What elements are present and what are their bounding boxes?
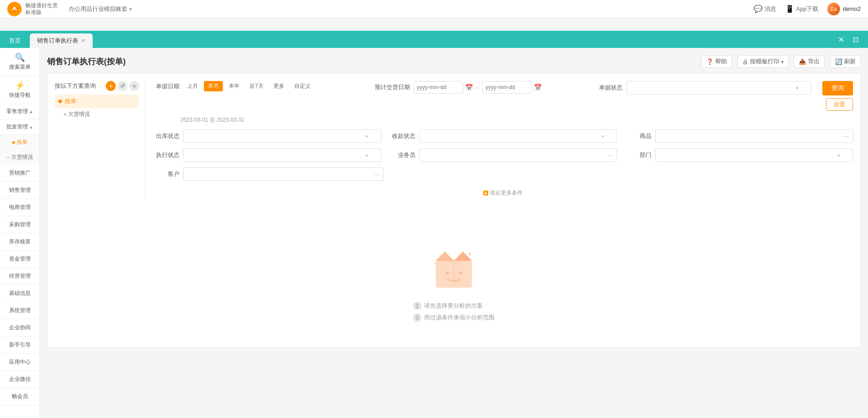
salesperson-field: 业务员 ··· xyxy=(388,148,617,162)
add-scheme-button[interactable]: + xyxy=(106,81,116,91)
filter-left-panel: 按以下方案查询 + ↺ « 按单 欠货情况 xyxy=(55,81,145,200)
page-actions: ❓ 帮助 🖨 按模板打印 ▾ 📤 导出 🔄 刷新 xyxy=(701,55,861,68)
sidebar-item-enterprise[interactable]: 企业协同 xyxy=(0,319,39,337)
date-tab-custom[interactable]: 自定义 xyxy=(290,81,315,91)
header-right: 💬 消息 📱 App下载 Ea demo2 xyxy=(754,3,861,15)
goods-input[interactable]: ··· xyxy=(655,129,853,143)
collapse-scheme-button[interactable]: « xyxy=(129,81,139,91)
delivery-date-start-icon[interactable]: 📅 xyxy=(465,84,473,91)
arrears-dot xyxy=(7,156,9,159)
delivery-date-start[interactable] xyxy=(414,81,463,94)
query-button[interactable]: 查询 xyxy=(822,81,853,95)
filter-left-title: 按以下方案查询 xyxy=(55,82,96,90)
tab-close-icon[interactable]: ✕ xyxy=(81,38,85,44)
out-status-select[interactable]: ▾ xyxy=(183,129,381,143)
delivery-date-end[interactable] xyxy=(482,81,532,94)
receipt-status-select[interactable]: ▾ xyxy=(419,129,617,143)
customer-input[interactable]: ··· xyxy=(183,167,384,181)
settings-button[interactable]: 设置 xyxy=(826,98,853,111)
sidebar-item-apps[interactable]: 应用中心 xyxy=(0,354,39,371)
quick-nav-icon: ⚡ xyxy=(0,81,39,90)
sidebar-item-vip[interactable]: 畅会员 xyxy=(0,388,39,405)
scheme-sub-item-arrears[interactable]: 欠货情况 xyxy=(55,108,139,120)
breadcrumb-arrow[interactable]: ▾ xyxy=(129,6,132,12)
sidebar-item-wechat[interactable]: 企业微信 xyxy=(0,371,39,388)
tab-close-window-button[interactable]: ✕ xyxy=(835,34,846,45)
goods-label: 商品 xyxy=(624,132,651,140)
out-status-select-wrap: ▾ xyxy=(183,129,381,143)
message-button[interactable]: 💬 消息 xyxy=(754,5,776,13)
print-icon: 🖨 xyxy=(742,58,748,65)
single-status-select[interactable]: ▾ xyxy=(626,81,811,95)
logo-area: 畅捷通好生意 标准版 xyxy=(7,2,58,16)
help-button[interactable]: ❓ 帮助 xyxy=(701,55,732,68)
sidebar-item-retail[interactable]: 零售管理 ▲ xyxy=(0,104,39,119)
help-icon: ❓ xyxy=(706,58,713,65)
salesperson-input[interactable]: ··· xyxy=(419,148,617,162)
tabs-right: ✕ ⊡ xyxy=(835,31,868,48)
out-status-field: 出库状态 ▾ xyxy=(152,129,381,143)
export-button[interactable]: 📤 导出 xyxy=(794,55,825,68)
sidebar-item-sales[interactable]: 销售管理 xyxy=(0,182,39,199)
date-tab-more[interactable]: 更多 xyxy=(269,81,288,91)
salesperson-dots-icon[interactable]: ··· xyxy=(608,152,613,159)
receipt-status-field: 收款状态 ▾ xyxy=(388,129,617,143)
exec-status-select[interactable]: ▾ xyxy=(183,148,381,162)
sidebar-item-wholesale[interactable]: 批发管理 ▲ xyxy=(0,119,39,135)
filter-right-panel: 单据日期 上月 本月 本年 近7天 更多 自定义 xyxy=(152,81,853,200)
delivery-date-end-icon[interactable]: 📅 xyxy=(534,84,542,91)
download-icon: 📱 xyxy=(785,5,794,13)
home-tab-label: 首页 xyxy=(9,37,21,45)
sidebar-item-search[interactable]: 🔍 搜索菜单 xyxy=(0,48,39,76)
sidebar-sub-item-press-order[interactable]: 按单 xyxy=(0,135,39,150)
single-status-field: 单据状态 ▾ xyxy=(595,81,811,95)
refresh-scheme-button[interactable]: ↺ xyxy=(118,81,127,91)
tab-home[interactable]: 首页 xyxy=(0,33,30,48)
collapse-icon: 🔼 xyxy=(483,190,488,195)
retail-arrow-icon: ▲ xyxy=(29,109,33,114)
export-icon: 📤 xyxy=(799,58,806,65)
date-tab-this-year[interactable]: 本年 xyxy=(225,81,244,91)
sidebar-item-quick-nav[interactable]: ⚡ 快捷导航 xyxy=(0,76,39,104)
collapse-more-button[interactable]: 🔼 收起更多条件 xyxy=(152,186,853,200)
svg-point-8 xyxy=(459,271,462,274)
scheme-item-press-order[interactable]: 按单 xyxy=(55,95,139,108)
date-range-display: 2023-03-01 至 2023-03-31 xyxy=(152,116,853,124)
app-download-button[interactable]: 📱 App下载 xyxy=(785,5,818,13)
tab-sales-order[interactable]: 销售订单执行表 ✕ xyxy=(30,33,93,48)
sidebar-item-system[interactable]: 系统管理 xyxy=(0,302,39,319)
sidebar-sub-wholesale: 按单 欠货情况 xyxy=(0,135,39,165)
sidebar-item-guide[interactable]: 新手引导 xyxy=(0,337,39,354)
dept-select[interactable]: ▾ xyxy=(655,148,853,162)
exec-status-label: 执行状态 xyxy=(152,151,179,159)
date-tab-this-month[interactable]: 本月 xyxy=(204,81,223,91)
empty-text-item-2: 2 用过滤条件来缩小分析范围 xyxy=(413,314,495,322)
date-tab-last-month[interactable]: 上月 xyxy=(183,81,202,91)
sidebar-item-operations[interactable]: 经营管理 xyxy=(0,268,39,285)
goods-dots-icon[interactable]: ··· xyxy=(844,133,849,140)
user-profile[interactable]: Ea demo2 xyxy=(827,3,861,15)
tabs-bar: 首页 销售订单执行表 ✕ ✕ ⊡ xyxy=(0,31,868,48)
single-date-field: 单据日期 上月 本月 本年 近7天 更多 自定义 xyxy=(152,81,368,91)
sidebar-item-marketing[interactable]: 营销推广 xyxy=(0,165,39,182)
date-tabs: 上月 本月 本年 近7天 更多 自定义 xyxy=(183,81,315,91)
exec-status-select-wrap: ▾ xyxy=(183,148,381,162)
template-print-button[interactable]: 🖨 按模板打印 ▾ xyxy=(737,55,788,68)
refresh-button[interactable]: 🔄 刷新 xyxy=(830,55,861,68)
customer-dots-icon[interactable]: ··· xyxy=(374,171,380,178)
tab-maximize-button[interactable]: ⊡ xyxy=(850,34,861,45)
date-tab-last7[interactable]: 近7天 xyxy=(245,81,268,91)
sidebar-item-ecommerce[interactable]: 电商管理 xyxy=(0,199,39,216)
filter-row-4: 客户 ··· xyxy=(152,167,853,181)
dept-field: 部门 ▾ xyxy=(624,148,853,162)
main-content: 销售订单执行表(按单) ❓ 帮助 🖨 按模板打印 ▾ 📤 导出 🔄 刷新 xyxy=(40,48,868,418)
sales-order-tab-label: 销售订单执行表 xyxy=(37,37,78,45)
sidebar-item-basics[interactable]: 基础信息 xyxy=(0,285,39,302)
sidebar-sub-item-arrears[interactable]: 欠货情况 xyxy=(0,150,39,165)
filter-row-3: 执行状态 ▾ 业务员 ··· xyxy=(152,148,853,162)
sidebar-item-finance[interactable]: 资金管理 xyxy=(0,251,39,268)
sidebar-item-inventory[interactable]: 库存核算 xyxy=(0,233,39,251)
filter-left-actions: + ↺ « xyxy=(106,81,139,91)
sidebar-item-procurement[interactable]: 采购管理 xyxy=(0,216,39,233)
scheme-sub-icon xyxy=(64,113,66,116)
